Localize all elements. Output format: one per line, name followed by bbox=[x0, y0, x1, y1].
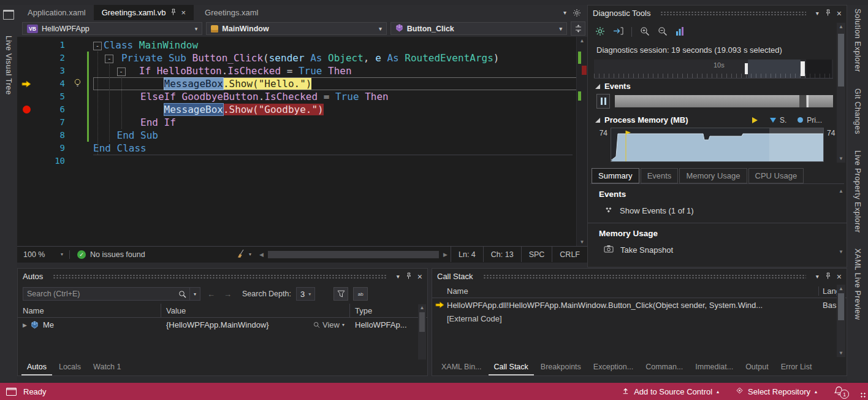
selection-handle-right[interactable] bbox=[801, 61, 805, 76]
autos-tab[interactable]: Autos bbox=[21, 360, 52, 375]
events-bar[interactable] bbox=[615, 95, 833, 107]
call-stack-tab[interactable]: Immediat... bbox=[690, 360, 739, 375]
call-stack-tab[interactable]: XAML Bin... bbox=[436, 360, 487, 375]
expand-levels-icon[interactable] bbox=[333, 287, 348, 301]
autos-scrollbar[interactable]: ▲ bbox=[418, 304, 426, 361]
show-events-button[interactable]: Show Events (1 of 1) bbox=[588, 201, 847, 220]
panel-header[interactable]: Call Stack ▾ × bbox=[432, 269, 847, 284]
breakpoint-gutter[interactable] bbox=[17, 64, 36, 77]
diagnostics-tab[interactable]: CPU Usage bbox=[748, 168, 804, 183]
window-position-chevron-icon[interactable]: ▾ bbox=[816, 10, 819, 17]
code-line-8[interactable]: 8 End Sub bbox=[17, 129, 587, 142]
background-tasks-icon[interactable] bbox=[6, 388, 17, 396]
drag-grip[interactable] bbox=[660, 11, 805, 15]
breakpoint-gutter[interactable] bbox=[17, 39, 36, 52]
view-button[interactable]: View ▾ bbox=[313, 320, 345, 329]
editor-vertical-scrollbar[interactable]: ▲ ▼ bbox=[576, 37, 587, 246]
search-box[interactable]: ▾ bbox=[23, 287, 200, 301]
breakpoint-gutter[interactable] bbox=[17, 155, 36, 167]
export-icon[interactable] bbox=[613, 26, 623, 37]
line-ending-indicator[interactable]: CRLF bbox=[552, 247, 587, 262]
pin-icon[interactable] bbox=[405, 272, 412, 281]
zoom-in-icon[interactable] bbox=[640, 26, 650, 38]
timeline-ruler[interactable]: 10s bbox=[594, 60, 833, 79]
fold-collapse-icon[interactable]: - bbox=[93, 42, 102, 50]
code-line-3[interactable]: 3 - If HelloButton.IsChecked = True Then bbox=[17, 64, 587, 77]
close-icon[interactable]: × bbox=[837, 272, 842, 281]
events-section-header[interactable]: Events bbox=[588, 79, 847, 93]
tab-list-chevron-icon[interactable]: ▾ bbox=[563, 5, 566, 20]
scroll-down-icon[interactable]: ▼ bbox=[577, 239, 587, 245]
panel-header[interactable]: Autos ▾ × bbox=[18, 269, 427, 284]
take-snapshot-button[interactable]: Take Snapshot bbox=[588, 240, 847, 259]
close-icon[interactable]: × bbox=[837, 9, 842, 18]
code-line-1[interactable]: 1-Class MainWindow bbox=[17, 39, 587, 52]
timeline-selection[interactable] bbox=[748, 60, 801, 78]
code-line-7[interactable]: 7 End If bbox=[17, 116, 587, 129]
diagnostics-tab[interactable]: Summary bbox=[592, 168, 639, 183]
scroll-up-icon[interactable]: ▲ bbox=[837, 286, 845, 291]
call-stack-tab[interactable]: Exception... bbox=[588, 360, 639, 375]
back-arrow-icon[interactable]: ← bbox=[205, 290, 217, 299]
select-repository-button[interactable]: Select Repository ▴ bbox=[736, 387, 817, 396]
column-header-name[interactable]: Name bbox=[18, 304, 161, 317]
diagnostics-tab[interactable]: Memory Usage bbox=[679, 168, 747, 183]
column-header-value[interactable]: Value bbox=[161, 304, 350, 317]
search-input[interactable] bbox=[23, 290, 178, 298]
tab-greetings-xaml-vb[interactable]: Greetings.xaml.vb × bbox=[94, 5, 194, 20]
tool-window-tab-live-visual-tree[interactable]: Live Visual Tree bbox=[4, 36, 13, 95]
code-line-10[interactable]: 10 bbox=[17, 155, 587, 167]
drag-grip[interactable] bbox=[53, 274, 387, 279]
reset-zoom-chart-icon[interactable] bbox=[676, 26, 685, 38]
tool-window-tab[interactable]: XAML Live Preview bbox=[853, 248, 862, 320]
pin-icon[interactable] bbox=[824, 9, 831, 18]
code-editor[interactable]: 1-Class MainWindow2 - Private Sub Button… bbox=[17, 37, 587, 246]
resize-grip-icon[interactable] bbox=[860, 392, 866, 398]
call-stack-tab[interactable]: Error List bbox=[775, 360, 818, 375]
pin-icon[interactable] bbox=[824, 272, 831, 281]
project-dropdown[interactable]: VB HelloWPFApp ▾ bbox=[22, 22, 202, 35]
stack-frame-row[interactable]: [External Code] bbox=[432, 312, 847, 325]
scroll-up-icon[interactable]: ▲ bbox=[837, 24, 845, 29]
tool-window-tab[interactable]: Git Changes bbox=[853, 88, 862, 134]
column-header-name[interactable]: Name bbox=[447, 287, 818, 296]
code-line-5[interactable]: 5 ElseIf GoodbyeButton.IsChecked = True … bbox=[17, 90, 587, 103]
scroll-left-icon[interactable]: ◀ bbox=[256, 252, 267, 258]
window-position-chevron-icon[interactable]: ▾ bbox=[816, 273, 819, 280]
code-line-4[interactable]: 4 MessageBox.Show("Hello.") bbox=[17, 77, 587, 90]
call-stack-tab[interactable]: Breakpoints bbox=[535, 360, 587, 375]
zoom-out-icon[interactable] bbox=[658, 26, 668, 38]
variable-row[interactable]: ▶ Me {HelloWPFApp.MainWindow} View ▾ Hel… bbox=[18, 318, 427, 332]
type-dropdown[interactable]: MainWindow ▾ bbox=[206, 22, 386, 35]
breakpoint-gutter[interactable] bbox=[17, 142, 36, 155]
diagnostics-tab[interactable]: Events bbox=[641, 168, 679, 183]
stack-frame-row[interactable]: HelloWPFApp.dll!HelloWPFApp.MainWindow.B… bbox=[432, 298, 847, 312]
pin-icon[interactable] bbox=[170, 8, 177, 17]
column-header-type[interactable]: Type bbox=[350, 304, 427, 317]
notifications-button[interactable]: 1 bbox=[834, 386, 846, 397]
spaces-indicator[interactable]: SPC bbox=[521, 247, 552, 262]
panel-header[interactable]: Diagnostic Tools ▾ × bbox=[588, 6, 847, 21]
fold-collapse-icon[interactable]: - bbox=[117, 67, 126, 76]
call-stack-tab[interactable]: Comman... bbox=[640, 360, 688, 375]
zoom-select[interactable]: 100 % ▾ bbox=[17, 250, 70, 259]
autos-tab[interactable]: Watch 1 bbox=[88, 360, 126, 375]
breakpoint-icon[interactable] bbox=[17, 103, 36, 116]
breakpoint-gutter[interactable] bbox=[17, 116, 36, 129]
settings-gear-icon[interactable] bbox=[595, 26, 605, 38]
tab-greetings-xaml[interactable]: Greetings.xaml bbox=[197, 5, 266, 20]
memory-chart[interactable] bbox=[611, 128, 824, 162]
member-dropdown[interactable]: Button_Click ▾ bbox=[390, 22, 567, 35]
breakpoint-gutter[interactable] bbox=[17, 90, 36, 103]
code-cleanup-button[interactable]: ▾ bbox=[231, 249, 256, 260]
diagnostics-scrollbar[interactable]: ▲ ▼ bbox=[837, 23, 845, 163]
forward-arrow-icon[interactable]: → bbox=[222, 290, 234, 299]
breakpoint-gutter[interactable] bbox=[17, 129, 36, 142]
events-track-icon[interactable] bbox=[596, 94, 610, 109]
autos-tab[interactable]: Locals bbox=[53, 360, 86, 375]
scroll-down-icon[interactable]: ▼ bbox=[837, 350, 845, 356]
editor-horizontal-scrollbar[interactable] bbox=[268, 251, 439, 258]
search-icon[interactable] bbox=[178, 290, 189, 298]
text-visualizer-icon[interactable]: ab bbox=[353, 287, 368, 301]
code-line-9[interactable]: 9End Class bbox=[17, 142, 587, 155]
